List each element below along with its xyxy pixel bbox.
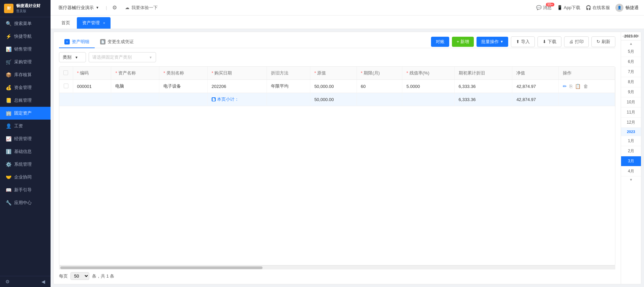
- cell-net-value: 42,874.97: [512, 80, 559, 93]
- date-nav-down[interactable]: ▼: [621, 177, 641, 183]
- total-label: 条，共 1 条: [92, 273, 114, 279]
- print-button[interactable]: 🖨 打印: [564, 36, 589, 47]
- col-depreciation-method: 折旧方法: [267, 67, 310, 80]
- online-service-btn[interactable]: 🎧 在线客服: [586, 5, 610, 11]
- sub-tabs: ≡ 资产明细 📄 变更生成凭证 对账 + 新增 批量操作 ▼: [59, 36, 615, 48]
- sub-tab-change-voucher[interactable]: 📄 变更生成凭证: [95, 36, 139, 48]
- sidebar-header: 财 畅捷通好业财 普及版: [0, 0, 51, 17]
- date-month-2[interactable]: 2月: [621, 146, 641, 156]
- sidebar-item-system[interactable]: ⚙️ 系统管理: [0, 158, 51, 171]
- per-page-label: 每页: [59, 273, 68, 279]
- app-download-btn[interactable]: 📱 App下载: [557, 5, 580, 11]
- per-page-select[interactable]: 50 10 20 100: [70, 272, 89, 280]
- copy-icon[interactable]: ⎘: [570, 84, 572, 89]
- online-service-label: 在线客服: [592, 5, 610, 11]
- scroll-thumb: [60, 266, 263, 269]
- expand-icon[interactable]: ◁: [622, 34, 625, 38]
- sidebar-item-payroll[interactable]: 👤 工资: [0, 120, 51, 132]
- subtotal-row: 📄 本页小计： 50,000.00 6,333.36 42,874.97: [59, 93, 615, 106]
- cell-code: 000001: [73, 80, 111, 93]
- sidebar-item-label: 基础信息: [14, 149, 32, 155]
- import-icon: ⬆: [516, 39, 520, 44]
- tab-asset-management[interactable]: 资产管理 ×: [77, 17, 111, 29]
- experience-label: 我要体验一下: [131, 5, 158, 11]
- date-year-2023[interactable]: 2023: [621, 128, 641, 136]
- date-month-1[interactable]: 1月: [621, 136, 641, 146]
- date-sidebar: ◁ 2023.03 ✕ ▲ 5月 6月 7月 8月 9月 10月 11月 12月…: [621, 32, 641, 284]
- date-month-10[interactable]: 10月: [621, 97, 641, 107]
- user-menu[interactable]: 👤 畅捷通: [615, 4, 639, 12]
- sidebar-item-ledger[interactable]: 📒 总账管理: [0, 94, 51, 107]
- sub-tab-asset-detail[interactable]: ≡ 资产明细: [59, 36, 95, 48]
- batch-ops-button[interactable]: 批量操作 ▼: [477, 37, 508, 47]
- sidebar: 财 畅捷通好业财 普及版 🔍 搜索菜单 ⚡ 快捷导航 📊 销售管理 🛒 采购管理…: [0, 0, 51, 287]
- date-month-8[interactable]: 8月: [621, 77, 641, 87]
- messages-btn[interactable]: 💬 消息 99+: [536, 5, 552, 11]
- sidebar-item-funds[interactable]: 💰 资金管理: [0, 81, 51, 94]
- sidebar-item-label: 资金管理: [14, 85, 32, 91]
- management-icon: 📈: [5, 136, 11, 141]
- sidebar-item-management[interactable]: 📈 经营管理: [0, 132, 51, 145]
- messages-badge: 99+: [546, 3, 554, 6]
- download-button[interactable]: ⬇ 下载: [538, 36, 561, 47]
- col-purchase-date: 购买日期: [207, 67, 267, 80]
- date-nav-up[interactable]: ▲: [621, 40, 641, 47]
- funds-icon: 💰: [5, 85, 11, 90]
- view-icon[interactable]: 📋: [575, 84, 581, 89]
- refresh-button[interactable]: ↻ 刷新: [591, 36, 615, 47]
- content-main: ≡ 资产明细 📄 变更生成凭证 对账 + 新增 批量操作 ▼: [54, 32, 621, 284]
- sidebar-item-purchase[interactable]: 🛒 采购管理: [0, 56, 51, 68]
- sidebar-item-label: 搜索菜单: [14, 21, 32, 27]
- date-month-5[interactable]: 5月: [621, 47, 641, 57]
- username: 畅捷通: [625, 5, 639, 11]
- settings-gear-icon[interactable]: ⚙: [111, 3, 118, 12]
- sidebar-item-quicknav[interactable]: ⚡ 快捷导航: [0, 30, 51, 43]
- download-icon: ⬇: [543, 39, 546, 44]
- date-month-7[interactable]: 7月: [621, 67, 641, 77]
- close-icon[interactable]: ✕: [636, 34, 640, 38]
- select-all-checkbox[interactable]: [63, 70, 68, 75]
- date-month-6[interactable]: 6月: [621, 57, 641, 67]
- topbar-right: 💬 消息 99+ 📱 App下载 🎧 在线客服 👤 畅捷通: [536, 4, 639, 12]
- sidebar-item-label: 固定资产: [14, 110, 32, 116]
- col-net-value: 净值: [512, 67, 559, 80]
- date-month-3-active[interactable]: 3月: [621, 156, 641, 166]
- refresh-label: 刷新: [602, 39, 610, 45]
- collapse-icon[interactable]: ◀: [41, 279, 45, 284]
- pagination: 每页 50 10 20 100 条，共 1 条: [59, 269, 615, 280]
- sidebar-item-label: 库存核算: [14, 72, 32, 78]
- category-filter[interactable]: 类别 ▼: [59, 52, 86, 62]
- sidebar-item-sales[interactable]: 📊 销售管理: [0, 43, 51, 56]
- experience-icon: ☁: [125, 5, 129, 10]
- import-button[interactable]: ⬆ 导入: [511, 36, 535, 47]
- delete-icon[interactable]: 🗑: [583, 84, 588, 89]
- sidebar-item-guide[interactable]: 📖 新手引导: [0, 184, 51, 196]
- col-accumulated: 期初累计折旧: [454, 67, 512, 80]
- purchase-icon: 🛒: [5, 59, 11, 65]
- date-month-4[interactable]: 4月: [621, 166, 641, 177]
- sidebar-item-basics[interactable]: ℹ️ 基础信息: [0, 145, 51, 158]
- settings-icon[interactable]: ⚙: [5, 279, 10, 284]
- sidebar-item-search[interactable]: 🔍 搜索菜单: [0, 17, 51, 30]
- date-month-9[interactable]: 9月: [621, 87, 641, 97]
- tab-close-icon[interactable]: ×: [103, 21, 105, 25]
- sub-tab-change-voucher-label: 变更生成凭证: [108, 39, 134, 45]
- experience-btn[interactable]: ☁ 我要体验一下: [122, 3, 160, 12]
- horizontal-scrollbar[interactable]: [59, 265, 615, 269]
- system-icon: ⚙️: [5, 162, 11, 167]
- sidebar-item-fixed-assets[interactable]: 🏢 固定资产: [0, 107, 51, 120]
- sidebar-item-enterprise[interactable]: 🤝 企业协同: [0, 171, 51, 184]
- row-checkbox[interactable]: [64, 84, 68, 88]
- company-selector[interactable]: 医疗器械行业演示 ▼: [56, 3, 102, 12]
- tab-home[interactable]: 首页: [56, 17, 75, 29]
- edit-icon[interactable]: ✏: [563, 84, 567, 89]
- sidebar-item-inventory[interactable]: 📦 库存核算: [0, 68, 51, 81]
- category-value-filter[interactable]: 请选择固定资产类别 ▼: [89, 52, 156, 62]
- import-label: 导入: [521, 39, 530, 45]
- date-month-11[interactable]: 11月: [621, 107, 641, 118]
- sidebar-item-label: 经营管理: [14, 136, 32, 142]
- new-button[interactable]: + 新增: [452, 37, 474, 47]
- sidebar-item-apps[interactable]: 🔧 应用中心: [0, 196, 51, 209]
- reconcile-button[interactable]: 对账: [431, 37, 449, 47]
- date-month-12[interactable]: 12月: [621, 118, 641, 128]
